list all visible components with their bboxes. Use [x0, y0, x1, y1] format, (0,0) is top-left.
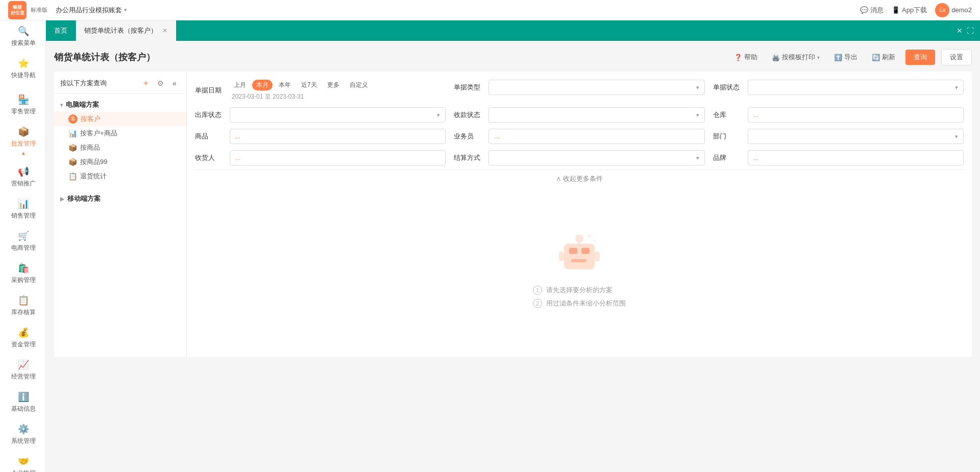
tree-group-mobile[interactable]: ▶ 移动端方案 [54, 192, 186, 206]
settings-btn[interactable]: 设置 [941, 49, 972, 65]
retail-icon: 🏪 [18, 94, 29, 105]
sidebar-item-marketing[interactable]: 📢 营销推广 [0, 161, 45, 193]
tab-home[interactable]: 首页 [46, 20, 76, 41]
sidebar-item-purchase[interactable]: 🛍️ 采购管理 [0, 257, 45, 290]
sidebar-item-sales[interactable]: 📊 销售管理 [0, 193, 45, 225]
left-panel-title: 按以下方案查询 [60, 79, 107, 88]
main-panel: 按以下方案查询 + ⚙ « [54, 72, 972, 357]
brand-select[interactable]: ... [748, 150, 964, 166]
help-btn[interactable]: ❓ 帮助 [730, 51, 762, 64]
doc-status-select[interactable]: ▾ [748, 80, 964, 95]
window-close-icon[interactable]: ✕ [957, 27, 963, 35]
filter-out-status-item: 出库状态 ▾ [195, 107, 446, 123]
payment-status-select[interactable]: ▾ [488, 107, 704, 123]
sidebar-label-wholesale: 批发管理 [11, 139, 36, 148]
filter-brand-item: 品牌 ... [713, 150, 964, 166]
collapse-bar[interactable]: ∧ 收起更多条件 [195, 170, 964, 187]
tree-item-by-product-99[interactable]: 📦 按商品99 [54, 155, 186, 169]
sidebar-item-inventory[interactable]: 📋 库存核算 [0, 290, 45, 322]
date-range-display: 2023-03-01 至 2023-03-31 [232, 92, 446, 101]
svg-rect-0 [564, 244, 595, 269]
empty-illustration [549, 228, 610, 279]
sidebar-label-inventory: 库存核算 [11, 308, 36, 317]
sidebar-item-shortcut[interactable]: ⭐ 快捷导航 [0, 53, 45, 85]
sidebar-item-basic[interactable]: ℹ️ 基础信息 [0, 386, 45, 418]
sidebar-item-wholesale[interactable]: 📦 批发管理 ▲ [0, 121, 45, 161]
sidebar-label-basic: 基础信息 [11, 405, 36, 413]
salesperson-select[interactable]: ... [488, 129, 704, 144]
main-layout: 🔍 搜索菜单 ⭐ 快捷导航 🏪 零售管理 📦 批发管理 ▲ 📢 营销推广 📊 销… [0, 20, 980, 472]
app-logo: 畅捷好生意 [8, 1, 27, 19]
date-tab-more[interactable]: 更多 [323, 80, 344, 90]
add-scheme-btn[interactable]: + [140, 78, 152, 89]
filter-doc-status-item: 单据状态 ▾ [713, 80, 964, 95]
refresh-icon: 🔄 [872, 54, 880, 61]
sidebar-label-shortcut: 快捷导航 [11, 71, 36, 80]
svg-point-9 [594, 240, 596, 242]
filter-row-1: 单据日期 上月 本月 本年 近7天 更多 自定义 20 [195, 80, 964, 101]
tree-item-return-stats[interactable]: 📋 退货统计 [54, 169, 186, 183]
tab-close-icon[interactable]: ✕ [162, 27, 167, 34]
date-tab-custom[interactable]: 自定义 [346, 80, 372, 90]
sidebar-label-operations: 经营管理 [11, 372, 36, 381]
filter-product-item: 商品 ... [195, 129, 446, 144]
settlement-chevron: ▾ [696, 155, 699, 161]
date-tab-last-7-days[interactable]: 近7天 [297, 80, 321, 90]
out-status-select[interactable]: ▾ [230, 107, 446, 123]
export-btn[interactable]: ⬆️ 导出 [830, 51, 862, 64]
query-btn[interactable]: 查询 [905, 50, 935, 65]
company-selector[interactable]: 办公用品行业模拟账套 ▾ [56, 6, 127, 15]
wholesale-icon: 📦 [18, 126, 29, 137]
tree-item-by-customer[interactable]: 客 按客户 [54, 112, 186, 126]
tree-item-cust-prod-label: 按客户+商品 [80, 129, 117, 138]
date-tab-group: 上月 本月 本年 近7天 更多 自定义 [230, 80, 446, 90]
sidebar-label-search: 搜索菜单 [11, 39, 36, 48]
page-header: 销货单统计表（按客户） ❓ 帮助 🖨️ 按模板打印 ▾ ⬆️ 导出 [54, 49, 972, 65]
product-select[interactable]: ... [230, 129, 446, 144]
collapse-panel-btn[interactable]: « [169, 78, 180, 89]
date-tab-last-month[interactable]: 上月 [230, 80, 250, 90]
tree-item-by-product[interactable]: 📦 按商品 [54, 140, 186, 155]
message-btn[interactable]: 💬 消息 [860, 6, 884, 15]
sidebar-item-operations[interactable]: 📈 经营管理 [0, 354, 45, 386]
tree-item-by-customer-product[interactable]: 📊 按客户+商品 [54, 126, 186, 140]
product-filter-label: 商品 [195, 132, 226, 141]
window-maximize-icon[interactable]: ⛶ [967, 27, 974, 35]
sidebar-item-enterprise[interactable]: 🤝 企业协同 [0, 451, 45, 472]
app-download-btn[interactable]: 📱 App下载 [892, 6, 927, 15]
dept-select[interactable]: ▾ [748, 129, 964, 144]
left-panel-header: 按以下方案查询 + ⚙ « [54, 78, 186, 93]
date-tab-this-year[interactable]: 本年 [275, 80, 295, 90]
user-btn[interactable]: Ea demo2 [935, 3, 972, 17]
sidebar-item-retail[interactable]: 🏪 零售管理 [0, 89, 45, 121]
doc-status-label: 单据状态 [713, 83, 744, 92]
tree-section-mobile: ▶ 移动端方案 [54, 187, 186, 210]
tab-sales-stat[interactable]: 销货单统计表（按客户） ✕ [76, 20, 176, 41]
sidebar-label-finance: 资金管理 [11, 340, 36, 349]
tree-item-product99-label: 按商品99 [80, 157, 107, 167]
settlement-select[interactable]: ▾ [488, 150, 704, 166]
hint-text-2: 用过滤条件来缩小分析范围 [546, 299, 626, 308]
date-tab-this-month[interactable]: 本月 [252, 80, 273, 90]
tree-group-desktop[interactable]: ▾ 电脑端方案 [54, 98, 186, 112]
finance-icon: 💰 [18, 327, 29, 338]
sidebar-item-search[interactable]: 🔍 搜索菜单 [0, 20, 45, 53]
sidebar-item-system[interactable]: ⚙️ 系统管理 [0, 418, 45, 451]
dept-chevron: ▾ [955, 133, 958, 140]
doc-type-select[interactable]: ▾ [488, 80, 704, 95]
template-print-btn[interactable]: 🖨️ 按模板打印 ▾ [768, 51, 824, 64]
purchase-icon: 🛍️ [18, 263, 29, 274]
svg-rect-3 [571, 259, 586, 262]
refresh-btn[interactable]: 🔄 刷新 [868, 51, 899, 64]
collapse-label: 收起更多条件 [563, 175, 603, 182]
warehouse-select[interactable]: ... [748, 107, 964, 123]
sidebar-label-sales: 销售管理 [11, 211, 36, 220]
company-dropdown-icon: ▾ [124, 7, 127, 13]
sidebar-item-ecommerce[interactable]: 🛒 电商管理 [0, 225, 45, 257]
settings-scheme-btn[interactable]: ⚙ [155, 78, 166, 89]
export-label: 导出 [844, 53, 857, 62]
sidebar-item-finance[interactable]: 💰 资金管理 [0, 322, 45, 354]
receiver-select[interactable]: ... [230, 150, 446, 166]
filter-date-item: 单据日期 上月 本月 本年 近7天 更多 自定义 20 [195, 80, 446, 101]
brand-more: ... [753, 154, 758, 161]
